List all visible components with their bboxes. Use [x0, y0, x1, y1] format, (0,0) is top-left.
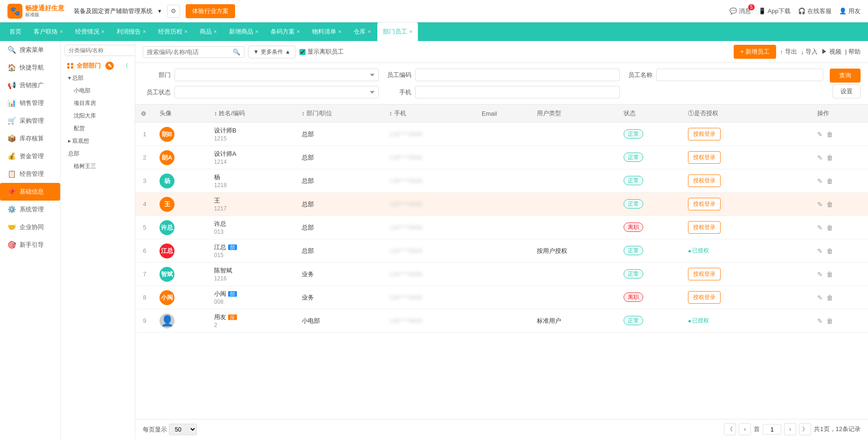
query-btn[interactable]: 查询	[830, 69, 861, 83]
emp-name-input[interactable]	[656, 69, 823, 81]
collapse-btn[interactable]: 《	[123, 62, 128, 70]
delete-btn[interactable]: 🗑	[826, 201, 833, 208]
close-icon[interactable]: ×	[368, 28, 371, 35]
delete-btn[interactable]: 🗑	[826, 247, 833, 255]
delete-btn[interactable]: 🗑	[826, 177, 833, 185]
set-btn[interactable]: 设置	[833, 84, 861, 98]
nav-warehouse[interactable]: 仓库 ×	[348, 22, 376, 41]
delete-btn[interactable]: 🗑	[826, 317, 833, 325]
close-icon[interactable]: ×	[338, 28, 341, 35]
edit-btn[interactable]: ✎	[817, 294, 823, 301]
col-phone[interactable]: ↕ 手机	[383, 105, 476, 123]
nav-new-goods[interactable]: 新增商品 ×	[223, 22, 264, 41]
edit-btn[interactable]: ✎	[817, 131, 823, 138]
delete-btn[interactable]: 🗑	[826, 154, 833, 161]
nav-operation[interactable]: 经营情况 ×	[69, 22, 110, 41]
delete-btn[interactable]: 🗑	[826, 271, 833, 278]
auth-btn[interactable]: 授权登录	[688, 151, 721, 164]
dept-select[interactable]	[174, 69, 379, 81]
show-resign-label[interactable]: 显示离职员工	[299, 48, 344, 56]
emp-code-input[interactable]	[415, 69, 619, 81]
nav-material[interactable]: 物料清单 ×	[306, 22, 347, 41]
auth-btn[interactable]: 授权登录	[688, 128, 721, 140]
show-resign-checkbox[interactable]	[299, 49, 306, 55]
dept-tree-item[interactable]: 沈阳大库	[64, 110, 131, 122]
trial-btn[interactable]: 体验行业方案	[186, 4, 235, 18]
nav-customer[interactable]: 客户联络 ×	[28, 22, 69, 41]
last-page-btn[interactable]: 》	[799, 423, 811, 435]
next-page-btn[interactable]: ›	[784, 423, 796, 435]
dept-tree-item[interactable]: 项目库房	[64, 97, 131, 110]
nav-barcode[interactable]: 条码方案 ×	[265, 22, 306, 41]
user-btn[interactable]: 👤 用友	[839, 7, 861, 15]
first-page-btn[interactable]: 《	[724, 423, 736, 435]
nav-history[interactable]: 经营历程 ×	[153, 22, 193, 41]
all-departments[interactable]: 全部部门 ✎ 《	[64, 60, 131, 72]
auth-btn[interactable]: 授权登录	[688, 198, 721, 210]
dept-tree-item[interactable]: ▾ 总部	[64, 72, 131, 84]
dept-tree-item[interactable]: 总部	[64, 147, 131, 160]
sidebar-item-marketing[interactable]: 📢营销推广	[0, 77, 60, 94]
add-employee-btn[interactable]: + 新增员工	[734, 45, 776, 59]
dept-tree-item[interactable]: ▸ 双底想	[64, 135, 131, 147]
col-dept-position[interactable]: ↕ 部门/职位	[296, 105, 384, 123]
settings-icon[interactable]: ⚙	[167, 5, 180, 18]
close-icon[interactable]: ×	[409, 28, 412, 35]
dept-tree-item[interactable]: 植树王三	[64, 160, 131, 173]
edit-btn[interactable]: ✎	[817, 201, 823, 208]
page-size-select[interactable]: 50 100	[169, 424, 197, 435]
sidebar-item-sales[interactable]: 📊销售管理	[0, 94, 60, 112]
search-input[interactable]	[147, 49, 231, 56]
dept-tree-item[interactable]: 小电部	[64, 84, 131, 97]
close-icon[interactable]: ×	[297, 28, 300, 35]
close-icon[interactable]: ×	[184, 28, 187, 35]
system-dropdown-btn[interactable]: ▾	[158, 7, 161, 14]
auth-btn[interactable]: 授权登录	[688, 268, 721, 280]
close-icon[interactable]: ×	[60, 28, 63, 35]
sidebar-item-inventory[interactable]: 📦库存核算	[0, 130, 60, 147]
sidebar-item-guide[interactable]: 🎯新手引导	[0, 236, 60, 254]
delete-btn[interactable]: 🗑	[826, 294, 833, 301]
edit-btn[interactable]: ✎	[817, 317, 823, 325]
export-btn[interactable]: ↑ 导出	[780, 48, 797, 56]
delete-btn[interactable]: 🗑	[826, 224, 833, 231]
delete-btn[interactable]: 🗑	[826, 131, 833, 138]
message-btn[interactable]: 💬 消息 5	[729, 7, 751, 15]
more-conditions-btn[interactable]: ▼ 更多条件 ▲	[248, 46, 296, 58]
sidebar-item-purchase[interactable]: 🛒采购管理	[0, 112, 60, 130]
auth-btn[interactable]: 授权登录	[688, 291, 721, 304]
edit-btn[interactable]: ✎	[817, 177, 823, 185]
dept-settings-icon[interactable]: ✎	[105, 62, 114, 70]
page-input[interactable]	[763, 424, 781, 435]
nav-dept-staff[interactable]: 部门员工 ×	[377, 22, 418, 41]
sidebar-item-quicknav[interactable]: 🏠快捷导航	[0, 59, 60, 77]
online-service-btn[interactable]: 🎧 在线客服	[798, 7, 832, 15]
nav-profit[interactable]: 利润报告 ×	[111, 22, 152, 41]
edit-btn[interactable]: ✎	[817, 271, 823, 278]
import-btn[interactable]: ↓ 导入	[801, 48, 818, 56]
search-icon[interactable]: 🔍	[233, 49, 240, 56]
sidebar-item-basic[interactable]: 📌基础信息	[0, 183, 60, 201]
nav-goods[interactable]: 商品 ×	[194, 22, 222, 41]
edit-btn[interactable]: ✎	[817, 247, 823, 255]
help-btn[interactable]: | 帮助	[845, 48, 861, 56]
close-icon[interactable]: ×	[214, 28, 217, 35]
sidebar-item-search[interactable]: 🔍搜索菜单	[0, 41, 60, 59]
close-icon[interactable]: ×	[101, 28, 104, 35]
col-name-code[interactable]: ↕ 姓名/编码	[208, 105, 296, 123]
phone-input[interactable]	[415, 86, 619, 98]
dept-search-input[interactable]	[64, 45, 135, 56]
close-icon[interactable]: ×	[143, 28, 146, 35]
prev-page-btn[interactable]: ‹	[739, 423, 751, 435]
auth-btn[interactable]: 授权登录	[688, 174, 721, 187]
sidebar-item-finance[interactable]: 💰资金管理	[0, 147, 60, 165]
sidebar-item-system[interactable]: ⚙️系统管理	[0, 201, 60, 218]
col-settings[interactable]: ⚙	[135, 105, 154, 123]
close-icon[interactable]: ×	[255, 28, 258, 35]
dept-tree-item[interactable]: 配货	[64, 122, 131, 135]
sidebar-item-collab[interactable]: 🤝企业协同	[0, 218, 60, 236]
auth-btn[interactable]: 授权登录	[688, 221, 721, 234]
edit-btn[interactable]: ✎	[817, 154, 823, 161]
sidebar-item-management[interactable]: 📋经营管理	[0, 165, 60, 183]
nav-home[interactable]: 首页	[4, 22, 27, 41]
